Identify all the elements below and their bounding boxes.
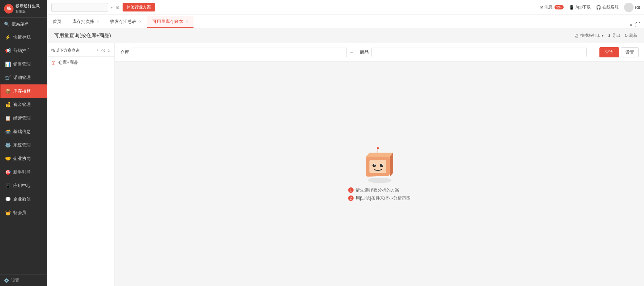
sidebar-item-finance[interactable]: 💰 资金管理	[0, 98, 47, 111]
filter-item-label: 仓库+商品	[58, 59, 78, 66]
empty-tip-1: 1 请先选择要分析的方案	[348, 187, 411, 193]
user-name: Rit	[635, 5, 640, 10]
tabs-bar: 首页 库存批次账 × 收发存汇总表 × 可用量库存账本 × × ⛶	[47, 15, 644, 28]
topbar: ▾ ⚙ 体验行业方案 ✉ 消息 99+ 📱 App下载 🎧 在线客服 Rit	[47, 0, 644, 15]
filter-scheme-icon: ◎	[51, 60, 55, 65]
tab-close-btn[interactable]: ×	[629, 22, 633, 28]
sidebar-item-purchase[interactable]: 🛒 采购管理	[0, 71, 47, 84]
sidebar-item-label: 资金管理	[13, 102, 31, 108]
sidebar-search-item[interactable]: 🔍 搜索菜单	[0, 18, 47, 30]
sidebar-item-label: 畅会员	[13, 210, 26, 216]
sidebar-search-label: 搜索菜单	[11, 21, 29, 27]
sidebar-nav: ⚡ 快捷导航 📢 营销推广 📊 销售管理 🛒 采购管理 📦 库存核算 💰 资金管…	[0, 30, 47, 275]
warehouse-input[interactable]	[132, 48, 347, 57]
print-btn[interactable]: 🖨 按模板打印 ▾	[575, 33, 603, 38]
basic-icon: 🗃️	[5, 129, 10, 134]
svg-marker-2	[366, 153, 393, 157]
svg-point-7	[374, 164, 376, 165]
sidebar-footer[interactable]: ⚙️ 设置	[0, 275, 47, 286]
sidebar-item-vip[interactable]: 👑 畅会员	[0, 206, 47, 219]
sidebar-item-wechat[interactable]: 💬 企业微信	[0, 192, 47, 206]
sales-icon: 📊	[5, 61, 10, 67]
empty-state: 1 请先选择要分析的方案 2 用[过滤]条件来缩小分析范围	[115, 62, 644, 286]
tab-collect-summary[interactable]: 收发存汇总表 ×	[105, 16, 147, 28]
app-download-label: App下载	[575, 4, 591, 10]
sidebar-item-app-center[interactable]: 📱 应用中心	[0, 179, 47, 192]
svg-point-0	[368, 178, 391, 183]
tip-text-1: 请先选择要分析的方案	[356, 187, 400, 193]
sidebar-item-label: 采购管理	[13, 75, 31, 81]
filter-collapse-icon[interactable]: «	[107, 47, 110, 54]
sidebar-header: 畅 畅康通好生意 标准版	[0, 0, 47, 18]
sidebar-item-basic[interactable]: 🗃️ 基础信息	[0, 125, 47, 138]
sidebar-logo-icon: 畅	[4, 4, 14, 14]
topbar-chevron-icon[interactable]: ▾	[111, 5, 113, 10]
app-download-item[interactable]: 📱 App下载	[569, 4, 591, 10]
message-label: 消息	[544, 4, 552, 10]
print-icon: 🖨	[575, 33, 579, 38]
sidebar-item-label: 销售管理	[13, 61, 31, 67]
quick-nav-icon: ⚡	[5, 34, 10, 40]
query-button[interactable]: 查询	[599, 47, 619, 57]
filter-add-icon[interactable]: +	[96, 47, 99, 54]
cooperation-icon: 🤝	[5, 156, 10, 161]
tip-text-2: 用[过滤]条件来缩小分析范围	[356, 195, 411, 201]
sidebar-item-label: 快捷导航	[13, 34, 31, 40]
sidebar-item-quick-nav[interactable]: ⚡ 快捷导航	[0, 30, 47, 44]
sidebar-item-label: 营销推广	[13, 48, 31, 54]
topbar-gear-icon[interactable]: ⚙	[115, 5, 120, 10]
finance-icon: 💰	[5, 102, 10, 107]
warehouse-field: 仓库 ···	[120, 48, 353, 57]
wechat-icon: 💬	[5, 197, 10, 202]
warehouse-label: 仓库	[120, 49, 129, 55]
sidebar-item-label: 基础信息	[13, 129, 31, 135]
print-chevron-icon[interactable]: ▾	[602, 34, 603, 37]
refresh-icon: ↻	[624, 33, 628, 38]
purchase-icon: 🛒	[5, 75, 10, 80]
sidebar-item-onboarding[interactable]: 🎯 新手引导	[0, 165, 47, 179]
tab-batch-ledger[interactable]: 库存批次账 ×	[67, 16, 105, 28]
tab-label: 库存批次账	[72, 19, 94, 25]
export-label: 导出	[612, 33, 620, 38]
warehouse-more-btn[interactable]: ···	[350, 50, 353, 55]
tab-close-icon[interactable]: ×	[97, 20, 99, 24]
online-service-item[interactable]: 🎧 在线客服	[596, 4, 619, 10]
sidebar-item-sales[interactable]: 📊 销售管理	[0, 57, 47, 71]
sidebar-item-marketing[interactable]: 📢 营销推广	[0, 44, 47, 57]
product-more-btn[interactable]: ···	[589, 50, 593, 55]
filter-setting-icon[interactable]: ⊙	[101, 47, 105, 54]
sidebar-item-label: 应用中心	[13, 183, 31, 189]
sidebar-item-operation[interactable]: 📋 经营管理	[0, 111, 47, 125]
tab-expand-btn[interactable]: ⛶	[635, 22, 641, 28]
product-input[interactable]	[371, 48, 587, 57]
filter-actions: + ⊙ «	[96, 47, 110, 54]
setting-button[interactable]: 设置	[621, 47, 639, 57]
tab-available-ledger[interactable]: 可用量库存账本 ×	[147, 16, 194, 28]
topbar-search-input[interactable]	[51, 3, 108, 12]
sidebar-item-label: 企业协同	[13, 156, 31, 162]
sidebar-item-system[interactable]: ⚙️ 系统管理	[0, 138, 47, 152]
message-badge: 99+	[555, 5, 564, 9]
sidebar-item-inventory[interactable]: 📦 库存核算	[0, 84, 47, 98]
filter-item-warehouse-product[interactable]: ◎ 仓库+商品	[47, 57, 114, 68]
page-header: 可用量查询(按仓库+商品) 🖨 按模板打印 ▾ ⬇ 导出 ↻ 刷新	[47, 28, 644, 43]
print-label: 按模板打印	[580, 33, 600, 38]
tab-close-icon[interactable]: ×	[186, 20, 188, 24]
sidebar-item-cooperation[interactable]: 🤝 企业协同	[0, 152, 47, 165]
sidebar-logo: 畅 畅康通好生意 标准版	[4, 3, 43, 14]
tab-home[interactable]: 首页	[47, 16, 67, 28]
export-btn[interactable]: ⬇ 导出	[608, 33, 620, 38]
tab-controls: × ⛶	[629, 22, 644, 28]
empty-svg	[359, 147, 400, 184]
sidebar-item-label: 新手引导	[13, 169, 31, 175]
message-item[interactable]: ✉ 消息 99+	[540, 4, 564, 10]
page-title: 可用量查询(按仓库+商品)	[54, 32, 111, 39]
tab-close-icon[interactable]: ×	[139, 20, 141, 24]
user-avatar-item[interactable]: Rit	[624, 3, 640, 12]
topbar-right: ✉ 消息 99+ 📱 App下载 🎧 在线客服 Rit	[540, 3, 640, 12]
refresh-btn[interactable]: ↻ 刷新	[624, 33, 637, 38]
export-icon: ⬇	[608, 33, 611, 38]
product-field: 商品 ···	[360, 48, 593, 57]
svg-point-5	[372, 164, 376, 167]
trial-btn[interactable]: 体验行业方案	[123, 3, 155, 11]
